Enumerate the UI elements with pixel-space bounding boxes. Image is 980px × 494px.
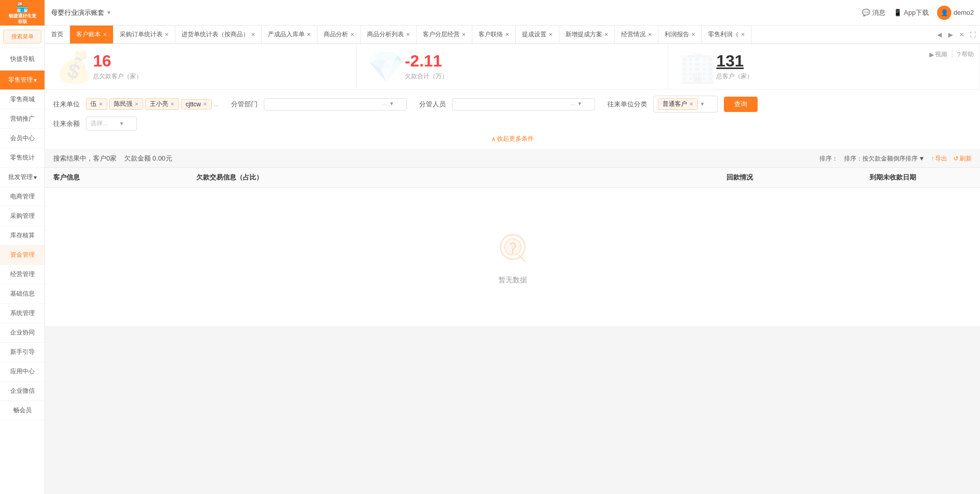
table-col-repayment: 回款情况	[726, 173, 870, 182]
unit-tag-wang-text: 王小亮	[150, 100, 168, 108]
tab-close-icon[interactable]: ✕	[549, 32, 553, 37]
unit-tag-cjttcw-close[interactable]: ✕	[203, 101, 207, 107]
help-button[interactable]: ? 帮助	[957, 50, 974, 59]
tab-customer-segment[interactable]: 客户分层经营 ✕	[417, 26, 472, 44]
filter-row-2: 往来余额 选择... ▼	[53, 117, 972, 130]
stat-total-debt: 💎 -2.11 欠款合计（万）	[357, 44, 669, 89]
sidebar-item-enterprise-collab[interactable]: 企业协同	[0, 323, 44, 343]
unit-tag-wu-close[interactable]: ✕	[99, 101, 103, 107]
refresh-icon: ↺	[953, 155, 959, 162]
unit-category-tag-close[interactable]: ✕	[689, 101, 693, 107]
tab-close-icon[interactable]: ✕	[462, 32, 466, 37]
tab-close-icon[interactable]: ✕	[103, 32, 107, 37]
sidebar-item-operations-mgmt[interactable]: 经营管理	[0, 265, 44, 284]
video-button[interactable]: ▶ 视频	[929, 50, 947, 59]
store-selector[interactable]: 母婴行业演示账套 ▼	[51, 8, 111, 17]
tab-prev-button[interactable]: ◀	[934, 30, 944, 40]
sidebar-item-ecommerce-mgmt[interactable]: 电商管理	[0, 187, 44, 207]
sidebar-item-system-mgmt[interactable]: 系统管理	[0, 304, 44, 323]
tab-close-icon[interactable]: ✕	[406, 32, 410, 37]
sidebar-item-member[interactable]: 畅会员	[0, 401, 44, 420]
dept-filter-more-icon: ···	[382, 101, 387, 108]
tab-purchase-stats-by-product[interactable]: 进货单统计表（按商品） ✕	[175, 26, 262, 44]
unit-tag-wu: 伍 ✕	[86, 98, 107, 110]
tab-close-icon[interactable]: ✕	[691, 32, 695, 37]
tab-profit-report[interactable]: 利润报告 ✕	[658, 26, 702, 44]
dept-filter-select[interactable]: ··· ▼	[264, 98, 407, 110]
message-label: 消息	[872, 8, 885, 17]
tab-new-proposal[interactable]: 新增提成方案 ✕	[559, 26, 615, 44]
search-menu-button[interactable]: 搜索菜单	[3, 30, 41, 43]
tab-home[interactable]: 首页	[45, 26, 70, 44]
tab-customer-account[interactable]: 客户账本 ✕	[70, 26, 113, 44]
stat-debt-value: -2.11	[405, 52, 448, 70]
quick-nav-button[interactable]: 快捷导航	[3, 52, 41, 66]
tab-business-status[interactable]: 经营情况 ✕	[615, 26, 658, 44]
app-logo[interactable]: 🏪 畅捷通好生意标版	[0, 0, 44, 26]
tab-product-analysis[interactable]: 商品分析 ✕	[317, 26, 361, 44]
unit-tag-chen-close[interactable]: ✕	[134, 101, 139, 107]
tab-close-icon[interactable]: ✕	[604, 32, 608, 37]
tab-close-icon[interactable]: ✕	[741, 32, 745, 37]
empty-state-text: 暂无数据	[498, 276, 527, 285]
tab-retail-profit[interactable]: 零售利润（ ✕	[702, 26, 751, 44]
export-button[interactable]: ↑ 导出	[931, 154, 947, 163]
tab-close-icon[interactable]: ✕	[251, 32, 255, 37]
sidebar-item-app-center[interactable]: 应用中心	[0, 362, 44, 381]
tab-customer-contact[interactable]: 客户联络 ✕	[472, 26, 516, 44]
balance-filter-placeholder: 选择...	[90, 119, 108, 128]
person-filter-select[interactable]: ··· ▼	[452, 98, 595, 110]
sidebar-item-retail-mgmt[interactable]: 零售管理 ▾	[0, 71, 44, 90]
table-col-due-date: 到期未收款日期	[870, 173, 972, 182]
sort-selector[interactable]: 排序：按欠款金额倒序排序 ▼	[844, 154, 925, 163]
filter-row-1: 往来单位 伍 ✕ 陈民强 ✕ 王小亮 ✕	[53, 96, 972, 113]
sidebar-item-retail-mall[interactable]: 零售商城	[0, 90, 44, 109]
tab-close-all-button[interactable]: ✕	[956, 30, 967, 40]
tab-product-instock[interactable]: 产成品入库单 ✕	[262, 26, 317, 44]
tab-proposal-settings[interactable]: 提成设置 ✕	[516, 26, 559, 44]
tab-close-icon[interactable]: ✕	[165, 32, 169, 37]
unit-tag-chen: 陈民强 ✕	[109, 98, 143, 110]
stat-count-label: 总客户（家）	[716, 72, 753, 81]
query-button[interactable]: 查询	[724, 97, 758, 112]
collapse-row: ∧ 收起更多条件	[53, 134, 972, 143]
sidebar-item-basic-info[interactable]: 基础信息	[0, 284, 44, 304]
table-container: 客户信息 欠款交易信息（占比） 回款情况 到期未收款日期 暂无数	[45, 168, 980, 326]
refresh-button[interactable]: ↺ 刷新	[953, 154, 972, 163]
sidebar-item-inventory-check[interactable]: 库存核算	[0, 226, 44, 245]
tab-close-icon[interactable]: ✕	[648, 32, 652, 37]
stats-bar: 💰 16 总欠款客户（家） 💎 -2.11 欠款合计（万） 🏢	[45, 44, 980, 89]
sidebar-item-purchase-mgmt[interactable]: 采购管理	[0, 207, 44, 226]
tab-purchase-order-stats[interactable]: 采购订单统计表 ✕	[113, 26, 175, 44]
sidebar-item-member-center[interactable]: 会员中心	[0, 129, 44, 148]
unit-tags-more[interactable]: ...	[214, 101, 219, 108]
stat-debt-info: -2.11 欠款合计（万）	[405, 52, 448, 81]
collapse-button[interactable]: ∧ 收起更多条件	[491, 134, 534, 143]
main-area: 母婴行业演示账套 ▼ 💬 消息 📱 App下载 👤 demo2 首页	[45, 0, 980, 494]
empty-state: 暂无数据	[45, 188, 980, 326]
balance-filter-arrow-icon: ▼	[119, 121, 124, 126]
app-download-button[interactable]: 📱 App下载	[894, 8, 929, 17]
unit-tag-cjttcw-text: cjttcw	[186, 101, 201, 108]
tab-close-icon[interactable]: ✕	[307, 32, 311, 37]
sidebar-item-marketing[interactable]: 营销推广	[0, 109, 44, 129]
tab-maximize-button[interactable]: ⛶	[968, 30, 978, 40]
balance-filter-select[interactable]: 选择... ▼	[86, 117, 137, 130]
dept-filter-arrow-icon: ▼	[389, 101, 394, 108]
tab-product-analysis-list[interactable]: 商品分析列表 ✕	[361, 26, 417, 44]
sidebar-item-retail-stats[interactable]: 零售统计	[0, 148, 44, 168]
unit-category-filter-select[interactable]: 普通客户 ✕ ▼	[653, 96, 718, 113]
results-actions: 排序： 排序：按欠款金额倒序排序 ▼ ↑ 导出 ↺ 刷新	[819, 154, 972, 163]
sidebar-item-wholesale-mgmt[interactable]: 批发管理 ▾	[0, 168, 44, 187]
sidebar-item-enterprise-wechat[interactable]: 企业微信	[0, 381, 44, 401]
sidebar: 🏪 畅捷通好生意标版 搜索菜单 快捷导航 零售管理 ▾ 零售商城 营销推广 会员…	[0, 0, 45, 494]
tab-close-icon[interactable]: ✕	[350, 32, 354, 37]
content-area: 💰 16 总欠款客户（家） 💎 -2.11 欠款合计（万） 🏢	[45, 44, 980, 494]
sidebar-item-finance-mgmt[interactable]: 资金管理	[0, 245, 44, 265]
tab-close-icon[interactable]: ✕	[505, 32, 509, 37]
message-button[interactable]: 💬 消息	[862, 8, 885, 17]
sidebar-item-new-user-guide[interactable]: 新手引导	[0, 343, 44, 362]
unit-tag-wang-close[interactable]: ✕	[170, 101, 174, 107]
user-profile[interactable]: 👤 demo2	[937, 6, 974, 20]
tab-next-button[interactable]: ▶	[945, 30, 955, 40]
